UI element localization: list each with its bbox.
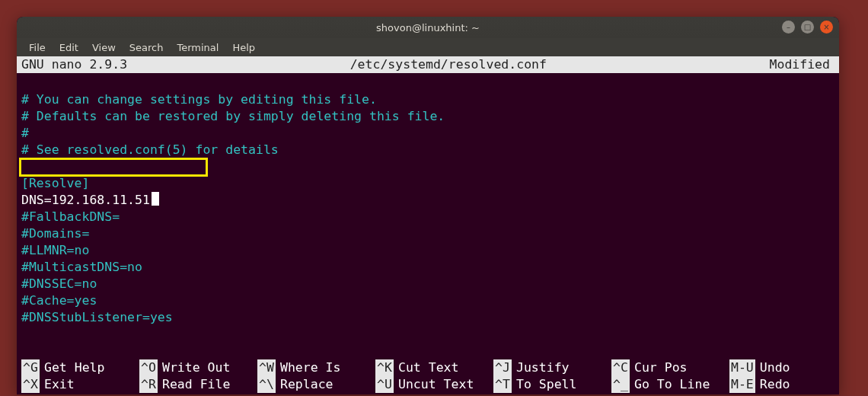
titlebar: shovon@linuxhint: ~ – □ × bbox=[17, 17, 839, 38]
shortcut-label: Read File bbox=[162, 376, 230, 393]
menu-edit[interactable]: Edit bbox=[53, 40, 85, 55]
shortcut-label: Where Is bbox=[280, 359, 340, 376]
key-label: ^C bbox=[611, 359, 630, 376]
key-label: ^\ bbox=[257, 376, 276, 393]
file-line-section: [Resolve] bbox=[21, 175, 834, 192]
shortcut-label: Redo bbox=[760, 376, 790, 393]
menu-search[interactable]: Search bbox=[123, 40, 170, 55]
shortcut-label: Justify bbox=[516, 359, 570, 376]
shortcut-exit[interactable]: ^XExit bbox=[21, 376, 139, 393]
nano-version: GNU nano 2.9.3 bbox=[21, 56, 127, 73]
menu-help[interactable]: Help bbox=[226, 40, 261, 55]
close-icon[interactable]: × bbox=[820, 21, 833, 34]
key-label: ^U bbox=[375, 376, 394, 393]
shortcut-undo[interactable]: M-UUndo bbox=[729, 359, 790, 376]
shortcut-label: Replace bbox=[280, 376, 333, 393]
file-line-comment: # bbox=[21, 125, 834, 142]
minimize-icon[interactable]: – bbox=[782, 21, 795, 34]
shortcut-cut-text[interactable]: ^KCut Text bbox=[375, 359, 493, 376]
file-line-comment: #Cache=yes bbox=[21, 292, 834, 309]
shortcut-row-1: ^GGet Help ^OWrite Out ^WWhere Is ^KCut … bbox=[21, 359, 834, 376]
maximize-icon[interactable]: □ bbox=[801, 21, 814, 34]
shortcut-write-out[interactable]: ^OWrite Out bbox=[139, 359, 257, 376]
shortcut-read-file[interactable]: ^RRead File bbox=[139, 376, 257, 393]
file-line-comment: # You can change settings by editing thi… bbox=[21, 91, 834, 108]
window-title: shovon@linuxhint: ~ bbox=[17, 22, 839, 34]
dns-setting-text: DNS=192.168.11.51 bbox=[21, 193, 150, 207]
nano-filename: /etc/systemd/resolved.conf bbox=[127, 56, 769, 73]
shortcut-label: Write Out bbox=[162, 359, 230, 376]
file-line-blank bbox=[21, 158, 834, 175]
shortcut-redo[interactable]: M-ERedo bbox=[729, 376, 790, 393]
shortcut-uncut-text[interactable]: ^UUncut Text bbox=[375, 376, 493, 393]
key-label: ^T bbox=[493, 376, 512, 393]
key-label: ^_ bbox=[611, 376, 630, 393]
shortcut-label: To Spell bbox=[516, 376, 576, 393]
shortcut-label: Cut Text bbox=[398, 359, 458, 376]
shortcut-replace[interactable]: ^\Replace bbox=[257, 376, 375, 393]
menubar: File Edit View Search Terminal Help bbox=[17, 38, 839, 56]
file-line-comment: #DNSStubListener=yes bbox=[21, 309, 834, 326]
file-line-comment: # See resolved.conf(5) for details bbox=[21, 142, 834, 158]
key-label: M-U bbox=[729, 359, 755, 376]
key-label: M-E bbox=[729, 376, 755, 393]
shortcut-label: Uncut Text bbox=[398, 376, 474, 393]
file-line-comment: #Domains= bbox=[21, 225, 834, 242]
terminal-area[interactable]: GNU nano 2.9.3 /etc/systemd/resolved.con… bbox=[17, 56, 839, 394]
window-controls: – □ × bbox=[782, 21, 833, 34]
key-label: ^O bbox=[139, 359, 158, 376]
menu-file[interactable]: File bbox=[23, 40, 52, 55]
terminal-window: shovon@linuxhint: ~ – □ × File Edit View… bbox=[17, 17, 839, 394]
shortcut-label: Exit bbox=[44, 376, 75, 393]
shortcut-to-spell[interactable]: ^TTo Spell bbox=[493, 376, 611, 393]
file-line-comment: #DNSSEC=no bbox=[21, 276, 834, 292]
menu-view[interactable]: View bbox=[86, 40, 122, 55]
shortcut-row-2: ^XExit ^RRead File ^\Replace ^UUncut Tex… bbox=[21, 376, 834, 393]
key-label: ^K bbox=[375, 359, 394, 376]
file-line-comment: #LLMNR=no bbox=[21, 242, 834, 259]
key-label: ^X bbox=[21, 376, 40, 393]
shortcut-justify[interactable]: ^JJustify bbox=[493, 359, 611, 376]
shortcut-where-is[interactable]: ^WWhere Is bbox=[257, 359, 375, 376]
file-line-comment: #FallbackDNS= bbox=[21, 209, 834, 225]
nano-modified: Modified bbox=[770, 56, 834, 73]
file-line-comment: # Defaults can be restored by simply del… bbox=[21, 108, 834, 125]
file-line-comment: #MulticastDNS=no bbox=[21, 259, 834, 276]
nano-shortcut-bar: ^GGet Help ^OWrite Out ^WWhere Is ^KCut … bbox=[17, 359, 839, 394]
shortcut-label: Undo bbox=[760, 359, 790, 376]
key-label: ^J bbox=[493, 359, 512, 376]
key-label: ^G bbox=[21, 359, 40, 376]
shortcut-label: Cur Pos bbox=[634, 359, 688, 376]
shortcut-label: Get Help bbox=[44, 359, 104, 376]
shortcut-get-help[interactable]: ^GGet Help bbox=[21, 359, 139, 376]
text-cursor bbox=[152, 192, 159, 206]
shortcut-go-to-line[interactable]: ^_Go To Line bbox=[611, 376, 729, 393]
key-label: ^R bbox=[139, 376, 158, 393]
key-label: ^W bbox=[257, 359, 276, 376]
file-line-dns[interactable]: DNS=192.168.11.51 bbox=[21, 192, 834, 209]
shortcut-label: Go To Line bbox=[634, 376, 710, 393]
nano-statusbar: GNU nano 2.9.3 /etc/systemd/resolved.con… bbox=[17, 56, 839, 73]
editor-content[interactable]: # You can change settings by editing thi… bbox=[17, 73, 839, 361]
menu-terminal[interactable]: Terminal bbox=[171, 40, 225, 55]
shortcut-cur-pos[interactable]: ^CCur Pos bbox=[611, 359, 729, 376]
